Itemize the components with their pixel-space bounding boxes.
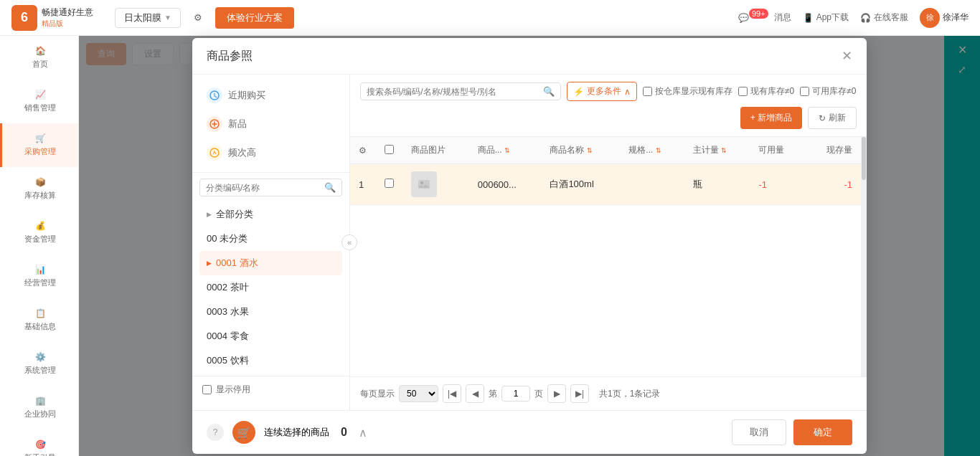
filter-icon: ⚡ xyxy=(573,87,584,97)
table-settings-icon[interactable]: ⚙ xyxy=(359,146,367,156)
product-search-icon[interactable]: 🔍 xyxy=(543,86,555,97)
online-service-button[interactable]: 🎧 在线客服 xyxy=(860,11,908,24)
first-page-button[interactable]: |◀ xyxy=(443,384,461,403)
sidebar-label-system: 系统管理 xyxy=(24,365,56,376)
user-profile[interactable]: 徐 徐泽华 xyxy=(920,8,969,28)
row-image xyxy=(402,164,469,205)
current-stock-checkbox[interactable] xyxy=(738,87,748,96)
sidebar-item-enterprise[interactable]: 🏢 企业协同 xyxy=(0,386,78,429)
left-panel: 近期购买 新品 xyxy=(192,75,350,410)
category-all[interactable]: 全部分类 xyxy=(199,202,342,227)
frequent-tab[interactable]: 频次高 xyxy=(199,139,342,166)
left-panel-tabs: 近期购买 新品 xyxy=(192,82,349,166)
prev-page-button[interactable]: ◀ xyxy=(466,384,484,403)
business-icon: 📊 xyxy=(35,265,46,275)
sidebar-item-business[interactable]: 📊 经营管理 xyxy=(0,255,78,298)
online-service-label: 在线客服 xyxy=(874,11,908,24)
sidebar-label-home: 首页 xyxy=(32,59,48,70)
product-search-input[interactable] xyxy=(367,87,543,97)
category-liquor[interactable]: 0001 酒水 xyxy=(199,251,342,275)
sales-icon: 📈 xyxy=(35,90,46,100)
sidebar-item-guide[interactable]: 🎯 新手引导 xyxy=(0,429,78,456)
modal-close-button[interactable]: ✕ xyxy=(842,48,852,64)
sidebar-label-finance: 资金管理 xyxy=(24,234,56,244)
last-page-button[interactable]: ▶| xyxy=(570,384,589,403)
sidebar-item-home[interactable]: 🏠 首页 xyxy=(0,36,78,80)
refresh-button[interactable]: ↻ 刷新 xyxy=(808,107,857,129)
category-tea[interactable]: 0002 茶叶 xyxy=(199,275,342,300)
col-available: 可用量 xyxy=(750,137,805,164)
col-image: 商品图片 xyxy=(402,137,469,164)
category-search-input[interactable] xyxy=(206,183,324,193)
warehouse-stock-checkbox[interactable] xyxy=(643,87,652,96)
sidebar-item-basic-info[interactable]: 📋 基础信息 xyxy=(0,298,78,342)
sidebar-item-finance[interactable]: 💰 资金管理 xyxy=(0,211,78,255)
col-unit[interactable]: 主计量 ⇅ xyxy=(684,137,750,164)
gear-icon[interactable]: ⚙ xyxy=(187,6,209,29)
headset-icon: 🎧 xyxy=(860,13,871,23)
sidebar-item-system[interactable]: ⚙️ 系统管理 xyxy=(0,342,78,386)
show-disabled-checkbox[interactable] xyxy=(202,385,212,394)
page-unit-label: 页 xyxy=(534,388,543,400)
basic-info-icon: 📋 xyxy=(35,308,46,318)
cart-button[interactable]: 🛒 xyxy=(232,421,255,444)
collapse-panel-button[interactable]: « xyxy=(341,234,357,250)
category-fruit[interactable]: 0003 水果 xyxy=(199,300,342,324)
sidebar-item-inventory[interactable]: 📦 库存核算 xyxy=(0,167,78,211)
table-scrollbar[interactable] xyxy=(861,137,867,376)
notifications-button[interactable]: 💬 99+ 99+ 消息 xyxy=(738,11,791,24)
app-download-label: App下载 xyxy=(816,11,849,24)
chevron-down-icon: ▼ xyxy=(164,14,171,22)
select-all-checkbox[interactable] xyxy=(385,145,394,154)
refresh-icon: ↻ xyxy=(819,113,826,123)
row-select-checkbox[interactable] xyxy=(385,179,394,188)
sort-code-icon: ⇅ xyxy=(504,147,510,154)
checkbox-available-stock[interactable]: 可用库存≠0 xyxy=(800,85,856,98)
new-items-tab[interactable]: 新品 xyxy=(199,110,342,138)
category-drinks[interactable]: 0005 饮料 xyxy=(199,348,342,373)
store-selector[interactable]: 日太阳膜 ▼ xyxy=(115,8,181,28)
products-table-container: ⚙ 商品图片 xyxy=(350,137,861,376)
col-name[interactable]: 商品名称 ⇅ xyxy=(541,137,620,164)
page-number-input[interactable] xyxy=(501,386,530,402)
cancel-button[interactable]: 取消 xyxy=(732,419,786,445)
sidebar-item-sales[interactable]: 📈 销售管理 xyxy=(0,80,78,123)
col-code[interactable]: 商品... ⇅ xyxy=(469,137,542,164)
phone-icon: 📱 xyxy=(803,13,814,23)
enterprise-icon: 🏢 xyxy=(35,396,46,406)
layout: 🏠 首页 📈 销售管理 🛒 采购管理 📦 库存核算 💰 资金管理 📊 经营管理 … xyxy=(0,36,980,456)
col-spec[interactable]: 规格... ⇅ xyxy=(620,137,684,164)
more-filter-button[interactable]: ⚡ 更多条件 ∧ xyxy=(567,82,637,101)
scrollbar-thumb[interactable] xyxy=(862,137,866,180)
add-product-button[interactable]: + 新增商品 xyxy=(740,107,802,129)
username-label: 徐泽华 xyxy=(943,11,969,24)
col-settings: ⚙ xyxy=(350,137,376,164)
experience-button[interactable]: 体验行业方案 xyxy=(215,7,294,29)
topbar: 6 畅捷通好生意 精品版 日太阳膜 ▼ ⚙ 体验行业方案 💬 99+ 99+ 消… xyxy=(0,0,980,36)
product-thumbnail xyxy=(411,171,437,197)
modal-overlay: 商品参照 ✕ 近期购买 xyxy=(79,36,980,456)
category-search-box: 🔍 xyxy=(199,179,342,196)
collapse-footer-icon[interactable]: ∧ xyxy=(359,426,367,440)
product-search-box: 🔍 xyxy=(360,82,561,100)
row-name: 白酒100ml xyxy=(541,164,620,205)
next-page-button[interactable]: ▶ xyxy=(547,384,566,403)
help-button[interactable]: ? xyxy=(207,424,224,441)
logo-text: 畅捷通好生意 精品版 xyxy=(42,6,93,29)
category-unclassified[interactable]: 00 未分类 xyxy=(199,227,342,251)
confirm-button[interactable]: 确定 xyxy=(793,419,852,445)
filter-btn-label: 更多条件 xyxy=(587,85,621,98)
available-stock-checkbox[interactable] xyxy=(800,87,809,96)
page-size-select[interactable]: 50 20 100 xyxy=(399,385,438,402)
row-code: 000600... xyxy=(469,164,542,205)
selected-text: 连续选择的商品 xyxy=(264,426,329,439)
right-panel: 🔍 ⚡ 更多条件 ∧ 按仓库显示现有库存 xyxy=(350,75,867,410)
category-search-icon[interactable]: 🔍 xyxy=(324,182,336,193)
app-download-button[interactable]: 📱 App下载 xyxy=(803,11,849,24)
checkbox-current-stock[interactable]: 现有库存≠0 xyxy=(738,85,794,98)
category-snacks[interactable]: 0004 零食 xyxy=(199,324,342,348)
recent-purchases-tab[interactable]: 近期购买 xyxy=(199,82,342,109)
checkbox-warehouse-stock[interactable]: 按仓库显示现有库存 xyxy=(643,85,732,98)
sidebar-item-purchase[interactable]: 🛒 采购管理 xyxy=(0,123,78,167)
table-row[interactable]: 1 xyxy=(350,164,861,205)
